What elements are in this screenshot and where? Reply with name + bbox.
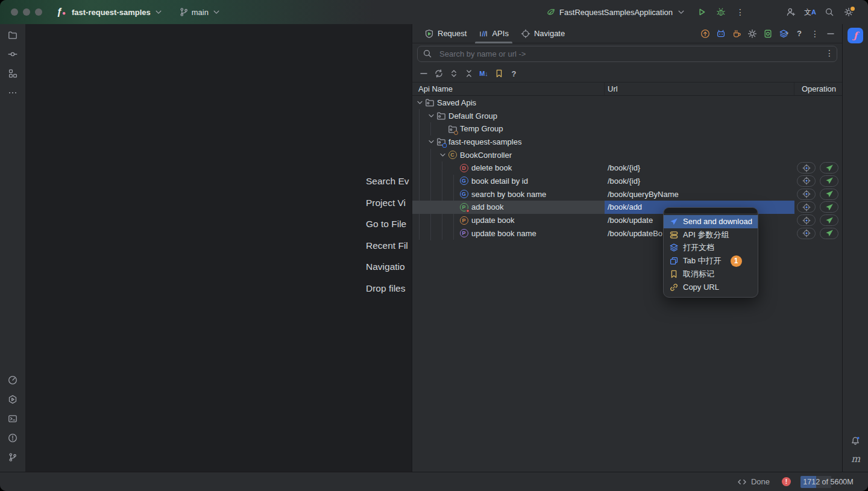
upload-button[interactable] — [697, 26, 713, 42]
more-button[interactable]: ⋮ — [807, 26, 823, 42]
menu-api-param-group-label: API 参数分组 — [683, 230, 729, 240]
tab-navigate[interactable]: Navigate — [515, 24, 571, 43]
robot-button[interactable] — [713, 26, 729, 42]
more-tools[interactable] — [0, 83, 25, 102]
collapse-all-button[interactable] — [461, 66, 476, 81]
project-tool[interactable] — [0, 25, 25, 45]
url-cell[interactable]: /book/{id} — [605, 161, 794, 175]
debug-button[interactable] — [711, 4, 731, 20]
tree-row-api-book-detail-by-id[interactable]: Gbook detail by id/book/{id} — [412, 175, 842, 188]
settings-button[interactable] — [744, 26, 760, 42]
profiler-tool[interactable] — [0, 371, 25, 390]
expand-chevron-icon[interactable] — [438, 150, 447, 160]
tree-row-saved-apis[interactable]: Saved Apis — [412, 96, 842, 110]
menu-grip[interactable] — [664, 208, 757, 213]
minimize-button[interactable] — [23, 8, 30, 16]
settings-button[interactable] — [839, 4, 858, 20]
url-cell[interactable]: /book/queryByName — [605, 187, 794, 201]
search-everywhere-button[interactable] — [820, 4, 839, 20]
problems-tool[interactable] — [0, 428, 25, 448]
maven-tool-icon[interactable]: m — [851, 453, 860, 464]
menu-open-in-tab[interactable]: Tab 中打开1 — [664, 254, 758, 267]
send-button[interactable] — [820, 189, 838, 200]
locate-button[interactable] — [797, 162, 816, 174]
refresh-button[interactable] — [431, 66, 446, 81]
tree-row-api-add-book[interactable]: Padd book/book/add — [412, 201, 842, 214]
run-configuration[interactable]: FastRequestSamplesApplication — [546, 7, 686, 17]
help-button[interactable]: ? — [506, 66, 521, 81]
branch-switcher[interactable]: main — [179, 7, 221, 17]
tab-request[interactable]: Request — [418, 24, 473, 43]
mobile-preview-button[interactable] — [760, 26, 776, 42]
close-button[interactable] — [11, 8, 18, 16]
layers-dropdown-button[interactable]: ▾ — [776, 26, 791, 42]
run-button[interactable] — [692, 4, 711, 20]
column-url[interactable]: Url — [605, 83, 794, 95]
column-operation[interactable]: Operation — [794, 83, 842, 95]
send-button[interactable] — [820, 214, 838, 226]
menu-cancel-mark[interactable]: 取消标记 — [664, 267, 758, 281]
expand-chevron-icon[interactable] — [415, 98, 424, 107]
operation-cell — [794, 109, 842, 122]
add-user-button[interactable] — [781, 4, 800, 20]
menu-open-doc[interactable]: 打开文档 — [664, 242, 758, 255]
tree-row-api-delete-book[interactable]: Ddelete book/book/{id} — [412, 161, 842, 175]
services-tool[interactable] — [0, 390, 25, 409]
hide-button[interactable] — [823, 26, 838, 42]
menu-copy-url[interactable]: Copy URL — [664, 281, 758, 294]
structure-tool[interactable] — [0, 64, 25, 83]
url-cell[interactable] — [605, 122, 794, 136]
version-control-tool[interactable] — [0, 448, 25, 467]
tree-row-module-fast-request-samples[interactable]: fast-request-samples — [412, 136, 842, 149]
coffee-button[interactable] — [729, 26, 744, 42]
help-button[interactable]: ? — [791, 26, 807, 42]
send-button[interactable] — [820, 175, 838, 187]
search-options-icon[interactable]: ⋮ — [825, 48, 834, 58]
locate-button[interactable] — [797, 189, 816, 200]
menu-send-and-download[interactable]: Send and download — [664, 215, 758, 228]
tree-row-temp-group[interactable]: Temp Group — [412, 122, 842, 136]
locate-button[interactable] — [797, 214, 816, 226]
notifications-bell-icon[interactable] — [851, 436, 860, 446]
tab-apis-label: APIs — [492, 29, 508, 38]
tree-row-api-search-by-book-name[interactable]: Gsearch by book name/book/queryByName — [412, 187, 842, 201]
tree-row-default-group[interactable]: Default Group — [412, 109, 842, 122]
expand-chevron-icon[interactable] — [427, 137, 436, 146]
folder-module-icon — [436, 137, 446, 146]
url-cell[interactable]: /book/{id} — [605, 175, 794, 188]
bookmark-button[interactable] — [491, 66, 506, 81]
tab-apis[interactable]: APIs — [473, 24, 514, 43]
git-branch-icon — [179, 7, 189, 17]
tree-row-api-update-book-name[interactable]: Pupdate book name/book/updateBo — [412, 227, 842, 240]
remove-button[interactable] — [416, 66, 431, 81]
markdown-export-button[interactable]: M↓ — [476, 66, 491, 81]
menu-api-param-group[interactable]: API 参数分组 — [664, 228, 758, 242]
translate-button[interactable]: 文A — [800, 4, 820, 20]
terminal-tool[interactable] — [0, 409, 25, 428]
url-cell[interactable] — [605, 96, 794, 110]
url-cell[interactable] — [605, 136, 794, 149]
menu-cancel-mark-label: 取消标记 — [683, 269, 714, 280]
url-cell[interactable] — [605, 109, 794, 122]
column-api-name[interactable]: Api Name — [412, 83, 605, 95]
more-actions-button[interactable]: ⋮ — [731, 4, 750, 20]
tree-row-book-controller[interactable]: CBookController — [412, 148, 842, 161]
locate-button[interactable] — [797, 228, 816, 239]
search-input[interactable] — [417, 46, 837, 62]
expand-chevron-icon[interactable] — [427, 111, 436, 120]
send-button[interactable] — [820, 201, 838, 213]
url-cell[interactable] — [605, 148, 794, 161]
locate-button[interactable] — [797, 201, 816, 213]
error-indicator-icon[interactable]: ! — [782, 477, 791, 486]
project-switcher[interactable]: fast-request-samples — [72, 7, 163, 17]
expand-all-button[interactable] — [446, 66, 461, 81]
tree-row-api-update-book[interactable]: Pupdate book/book/update — [412, 214, 842, 227]
send-button[interactable] — [820, 162, 838, 174]
fast-request-logo-icon[interactable]: ƒ — [848, 28, 863, 43]
memory-indicator[interactable]: 1712 of 5600M — [800, 476, 856, 488]
locate-button[interactable] — [797, 175, 816, 187]
send-button[interactable] — [820, 228, 838, 239]
commit-tool[interactable] — [0, 45, 25, 64]
url-text: /book/update — [608, 216, 653, 225]
zoom-button[interactable] — [35, 8, 42, 16]
